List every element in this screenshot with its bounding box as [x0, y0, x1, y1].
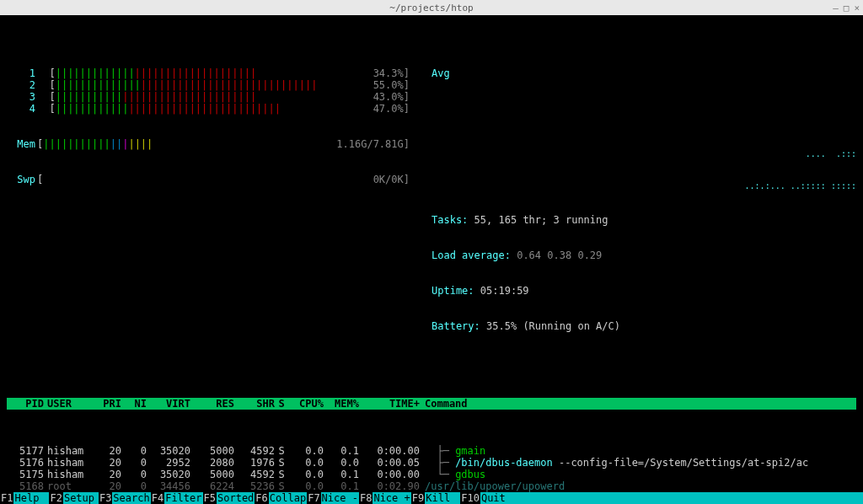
window-controls: – □ ×: [833, 3, 860, 13]
maximize-icon[interactable]: □: [844, 3, 850, 13]
titlebar[interactable]: ~/projects/htop – □ ×: [0, 0, 863, 15]
process-row[interactable]: 5175hisham2003502050004592S0.00.10:00.00…: [7, 469, 856, 480]
minimize-icon[interactable]: –: [833, 3, 839, 13]
fkey-f8[interactable]: F8Nice +: [359, 492, 411, 504]
fkey-f1[interactable]: F1Help: [0, 492, 49, 504]
swap-meter: Swp [0K/0K]: [7, 174, 411, 185]
tasks-line: Tasks: 55, 165 thr; 3 running: [432, 214, 856, 226]
process-row[interactable]: 5176hisham200295220801976S0.00.00:00.05 …: [7, 457, 856, 469]
fkey-f3[interactable]: F3Search: [99, 492, 151, 504]
load-line: Load average: 0.64 0.38 0.29: [432, 249, 856, 261]
battery-line: Battery: 35.5% (Running on A/C): [432, 320, 856, 332]
load-graph: .... .:::: [432, 150, 856, 158]
terminal-body: 1 [|||||||||||||||||||||||||||||||||34.3…: [0, 15, 863, 504]
cpu2-meter: 2 [|||||||||||||||||||||||||||||||||||||…: [7, 79, 411, 91]
process-row[interactable]: 5168root2003445662245236S0.00.10:02.90/u…: [7, 480, 856, 492]
window-title: ~/projects/htop: [389, 3, 473, 13]
fkey-f10[interactable]: F10Quit: [460, 492, 516, 504]
fkey-f4[interactable]: F4Filter: [151, 492, 203, 504]
fkey-f9[interactable]: F9Kill: [411, 492, 460, 504]
process-table-header[interactable]: PID USER PRI NI VIRT RES SHR S CPU% MEM%…: [7, 398, 856, 410]
header-meters: 1 [|||||||||||||||||||||||||||||||||34.3…: [7, 44, 856, 356]
fkey-f7[interactable]: F7Nice -: [307, 492, 359, 504]
fkey-f5[interactable]: F5Sorted: [203, 492, 255, 504]
cpu3-meter: 3 [|||||||||||||||||||||||||||||||||43.0…: [7, 91, 411, 103]
avg-label: Avg: [432, 67, 856, 79]
fkey-f2[interactable]: F2Setup: [49, 492, 98, 504]
mem-meter: Mem [||||||||||||||||||1.16G/7.81G]: [7, 138, 411, 150]
cpu1-meter: 1 [|||||||||||||||||||||||||||||||||34.3…: [7, 67, 411, 79]
close-icon[interactable]: ×: [854, 3, 860, 13]
fkey-f6[interactable]: F6Collap: [255, 492, 307, 504]
process-row[interactable]: 5177hisham2003502050004592S0.00.10:00.00…: [7, 445, 856, 457]
function-key-bar: F1HelpF2SetupF3SearchF4FilterF5SortedF6C…: [0, 492, 863, 504]
terminal-window: ~/projects/htop – □ × 1 [|||||||||||||||…: [0, 0, 863, 504]
cpu4-meter: 4 [|||||||||||||||||||||||||||||||||||||…: [7, 103, 411, 115]
uptime-line: Uptime: 05:19:59: [432, 285, 856, 297]
